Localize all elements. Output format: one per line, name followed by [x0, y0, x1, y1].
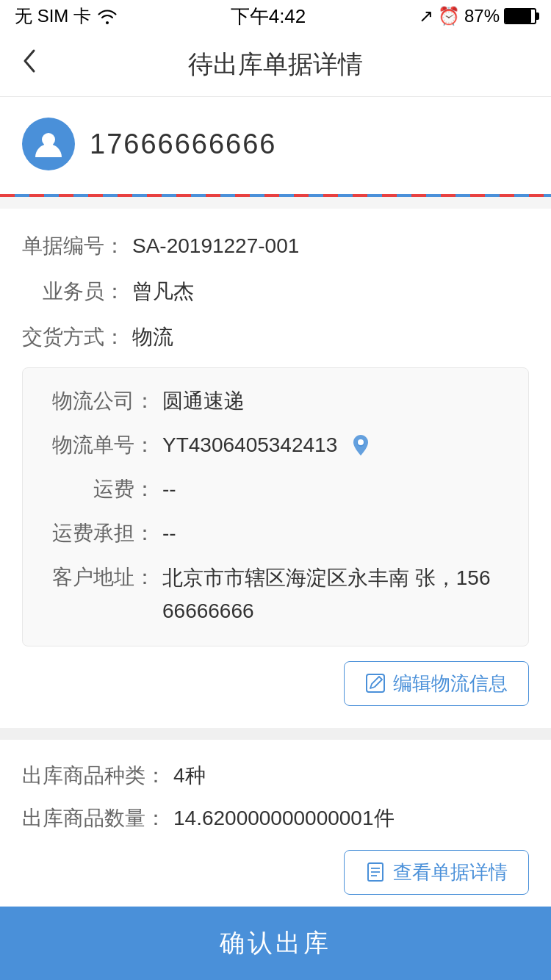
status-right: ↗ ⏰ 87%	[419, 6, 536, 26]
document-icon	[365, 862, 386, 882]
status-left: 无 SIM 卡	[15, 4, 118, 28]
page-title: 待出库单据详情	[188, 48, 363, 82]
salesperson-row: 业务员： 曾凡杰	[22, 276, 529, 307]
customer-phone: 17666666666	[90, 129, 276, 160]
status-bar: 无 SIM 卡 下午4:42 ↗ ⏰ 87%	[0, 0, 551, 32]
goods-types-row: 出库商品种类： 4种	[22, 762, 529, 790]
view-detail-button[interactable]: 查看单据详情	[344, 850, 529, 895]
freight-bear-value: --	[162, 518, 506, 549]
carrier-text: 无 SIM 卡	[15, 4, 91, 28]
edit-logistics-button-container: 编辑物流信息	[22, 661, 529, 706]
order-info-section: 单据编号： SA-20191227-001 业务员： 曾凡杰 交货方式： 物流 …	[0, 209, 551, 728]
user-icon	[32, 128, 65, 160]
goods-section: 出库商品种类： 4种 出库商品数量： 14.620000000000001件 查…	[0, 740, 551, 917]
delivery-method-value: 物流	[132, 322, 529, 353]
customer-header: 17666666666	[0, 97, 551, 191]
alarm-icon: ⏰	[438, 6, 460, 26]
view-detail-button-container: 查看单据详情	[22, 850, 529, 895]
edit-logistics-label: 编辑物流信息	[393, 671, 508, 696]
section-separator	[0, 728, 551, 740]
freight-value: --	[162, 474, 506, 505]
confirm-button-label: 确认出库	[220, 926, 331, 960]
battery-icon	[504, 8, 536, 24]
freight-label: 运费：	[45, 474, 155, 505]
goods-types-value: 4种	[173, 762, 206, 790]
wifi-icon	[97, 8, 118, 24]
dashed-divider	[0, 191, 551, 197]
tracking-number-label: 物流单号：	[45, 430, 155, 461]
document-number-value: SA-20191227-001	[132, 231, 529, 262]
goods-quantity-label: 出库商品数量：	[22, 804, 166, 832]
location-status-icon: ↗	[419, 6, 433, 26]
address-row: 客户地址： 北京市市辖区海淀区永丰南 张，156 66666666	[45, 562, 506, 628]
svg-point-2	[358, 439, 364, 445]
goods-types-label: 出库商品种类：	[22, 762, 166, 790]
address-value: 北京市市辖区海淀区永丰南 张，156 66666666	[162, 562, 506, 628]
status-time: 下午4:42	[231, 4, 306, 29]
goods-quantity-row: 出库商品数量： 14.620000000000001件	[22, 804, 529, 832]
edit-logistics-button[interactable]: 编辑物流信息	[344, 661, 529, 706]
goods-quantity-value: 14.620000000000001件	[173, 804, 395, 832]
logistics-company-label: 物流公司：	[45, 386, 155, 417]
tracking-number-value: YT4306405342413	[162, 430, 506, 461]
salesperson-label: 业务员：	[22, 276, 125, 307]
tracking-number-row: 物流单号： YT4306405342413	[45, 430, 506, 461]
logistics-card: 物流公司： 圆通速递 物流单号： YT4306405342413 运费： --	[22, 367, 529, 646]
address-label: 客户地址：	[45, 562, 155, 593]
document-number-row: 单据编号： SA-20191227-001	[22, 231, 529, 262]
bottom-bar[interactable]: 确认出库	[0, 907, 551, 980]
view-detail-label: 查看单据详情	[393, 860, 508, 885]
nav-bar: 待出库单据详情	[0, 32, 551, 97]
svg-rect-3	[367, 674, 384, 692]
location-pin-icon[interactable]	[347, 432, 374, 458]
back-button[interactable]	[21, 46, 38, 82]
salesperson-value: 曾凡杰	[132, 276, 529, 307]
delivery-method-label: 交货方式：	[22, 322, 125, 353]
content-area: 17666666666 单据编号： SA-20191227-001 业务员： 曾…	[0, 97, 551, 980]
freight-row: 运费： --	[45, 474, 506, 505]
battery-percentage: 87%	[464, 6, 500, 26]
edit-icon	[365, 673, 386, 693]
avatar	[22, 118, 75, 170]
logistics-company-value: 圆通速递	[162, 386, 506, 417]
freight-bear-label: 运费承担：	[45, 518, 155, 549]
logistics-company-row: 物流公司： 圆通速递	[45, 386, 506, 417]
document-number-label: 单据编号：	[22, 231, 125, 262]
freight-bear-row: 运费承担： --	[45, 518, 506, 549]
delivery-method-row: 交货方式： 物流	[22, 322, 529, 353]
